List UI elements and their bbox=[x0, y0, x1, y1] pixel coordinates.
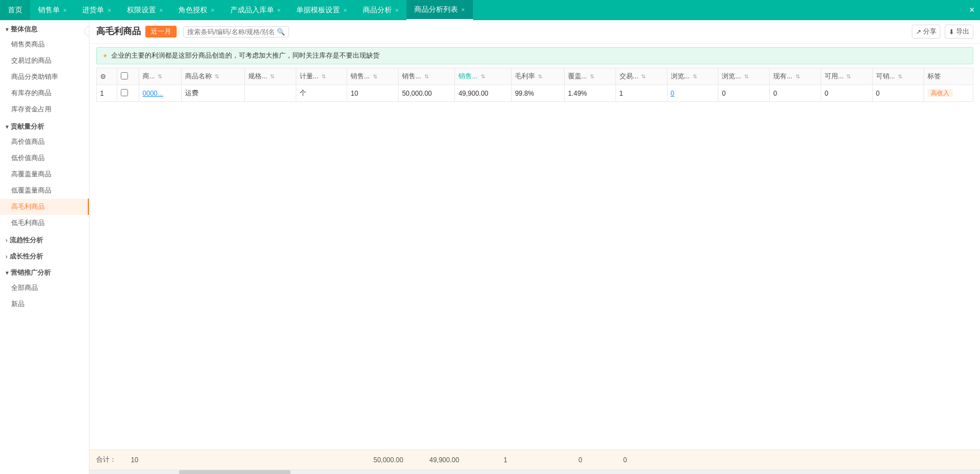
th-gross-rate[interactable]: 毛利率 ⇅ bbox=[512, 68, 565, 85]
th-name[interactable]: 商品名称 ⇅ bbox=[181, 68, 244, 85]
td-unit: 个 bbox=[296, 85, 347, 102]
select-all-checkbox[interactable] bbox=[121, 72, 128, 79]
sort-sale-qty[interactable]: ⇅ bbox=[373, 73, 377, 79]
sort-code[interactable]: ⇅ bbox=[158, 73, 162, 79]
sidebar-item-high-coverage[interactable]: 高覆盖量商品 bbox=[0, 166, 89, 182]
sort-gross-rate[interactable]: ⇅ bbox=[538, 73, 542, 79]
nav-item-purchase[interactable]: 进货单 × bbox=[74, 0, 119, 20]
search-box: 🔍 bbox=[183, 26, 289, 37]
nav-close-purchase[interactable]: × bbox=[107, 7, 111, 13]
tag-badge-high-income: 高收入 bbox=[927, 89, 953, 97]
th-code[interactable]: 商... ⇅ bbox=[139, 68, 182, 85]
sidebar-group-trend[interactable]: › 流趋性分析 bbox=[0, 231, 89, 247]
sidebar-group-growth[interactable]: › 成长性分析 bbox=[0, 247, 89, 264]
sort-browse1[interactable]: ⇅ bbox=[693, 73, 697, 79]
td-gross-rate: 99.8% bbox=[512, 85, 565, 102]
th-coverage[interactable]: 覆盖... ⇅ bbox=[564, 68, 616, 85]
th-browse1[interactable]: 浏览... ⇅ bbox=[667, 68, 718, 85]
th-trade[interactable]: 交易... ⇅ bbox=[616, 68, 667, 85]
th-current-stock[interactable]: 现有... ⇅ bbox=[770, 68, 821, 85]
th-seq: ⚙ bbox=[97, 68, 117, 85]
nav-close-roles[interactable]: × bbox=[211, 7, 214, 13]
search-input[interactable] bbox=[187, 28, 277, 36]
nav-item-inbound[interactable]: 产成品入库单 × bbox=[222, 0, 288, 20]
sort-coverage[interactable]: ⇅ bbox=[590, 73, 594, 79]
th-sale-qty[interactable]: 销售... ⇅ bbox=[347, 68, 399, 85]
th-saleable-stock[interactable]: 可销... ⇅ bbox=[872, 68, 924, 85]
table-row: 1 0000... 运费 个 10 50,000.00 49,900.00 99… bbox=[97, 85, 973, 102]
share-label: 分享 bbox=[923, 27, 936, 36]
sort-name[interactable]: ⇅ bbox=[215, 73, 219, 79]
sort-browse2[interactable]: ⇅ bbox=[744, 73, 749, 79]
nav-item-analysis[interactable]: 商品分析 × bbox=[355, 0, 406, 20]
info-banner: ✦ 企业的主要的利润都是这部分商品创造的，可考虑加大推广，同时关注库存是不要出现… bbox=[96, 47, 973, 64]
sidebar-item-stock-capital[interactable]: 库存资金占用 bbox=[0, 101, 89, 118]
nav-close-permissions[interactable]: × bbox=[159, 7, 163, 13]
sort-sale-amount[interactable]: ⇅ bbox=[424, 73, 429, 79]
sidebar-group-marketing-label: 营销推广分析 bbox=[11, 268, 51, 278]
search-icon[interactable]: 🔍 bbox=[277, 28, 285, 36]
export-button[interactable]: ⬇ 导出 bbox=[945, 25, 973, 39]
sort-saleable[interactable]: ⇅ bbox=[898, 73, 902, 79]
td-code[interactable]: 0000... bbox=[139, 85, 182, 102]
sidebar-item-high-margin[interactable]: 高毛利商品 bbox=[0, 199, 89, 215]
th-sale-amount[interactable]: 销售... ⇅ bbox=[399, 68, 455, 85]
sort-sale-profit[interactable]: ⇅ bbox=[481, 73, 485, 79]
sort-current[interactable]: ⇅ bbox=[796, 73, 800, 79]
sidebar-item-low-margin[interactable]: 低毛利商品 bbox=[0, 215, 89, 231]
table-wrap: ⚙ 商... ⇅ 商品名称 ⇅ 规格... ⇅ bbox=[89, 68, 980, 449]
row-checkbox[interactable] bbox=[121, 89, 128, 96]
nav-item-analysis-list[interactable]: 商品分析列表 × bbox=[406, 0, 472, 20]
sort-trade[interactable]: ⇅ bbox=[641, 73, 646, 79]
period-button[interactable]: 近一月 bbox=[145, 26, 177, 37]
sidebar-group-overall[interactable]: ▾ 整体信息 bbox=[0, 20, 89, 36]
nav-close-all[interactable]: × bbox=[969, 5, 980, 15]
sidebar-item-low-coverage[interactable]: 低覆盖量商品 bbox=[0, 182, 89, 199]
td-name: 运费 bbox=[181, 85, 244, 102]
sidebar-group-contribution[interactable]: ▾ 贡献量分析 bbox=[0, 118, 89, 134]
nav-item-template[interactable]: 单据模板设置 × bbox=[288, 0, 354, 20]
nav-label-purchase: 进货单 bbox=[82, 5, 104, 15]
sidebar-group-contribution-label: 贡献量分析 bbox=[11, 122, 44, 132]
td-saleable-stock: 0 bbox=[872, 85, 924, 102]
nav-item-sales[interactable]: 销售单 × bbox=[30, 0, 74, 20]
nav-close-analysis[interactable]: × bbox=[395, 7, 399, 13]
sidebar-item-all-goods[interactable]: 全部商品 bbox=[0, 280, 89, 296]
sidebar-item-stocked-goods[interactable]: 有库存的商品 bbox=[0, 85, 89, 101]
th-browse2[interactable]: 浏览... ⇅ bbox=[718, 68, 770, 85]
sidebar-item-sales-goods[interactable]: 销售类商品 bbox=[0, 36, 89, 53]
nav-label-inbound: 产成品入库单 bbox=[230, 5, 274, 15]
tip-icon: ✦ bbox=[102, 52, 108, 60]
info-banner-text: 企业的主要的利润都是这部分商品创造的，可考虑加大推广，同时关注库存是不要出现缺货 bbox=[111, 51, 380, 60]
footer-cells: 10 50,000.00 49,900.00 1 0 0 bbox=[127, 456, 973, 464]
sidebar-item-new-goods[interactable]: 新品 bbox=[0, 296, 89, 312]
th-unit[interactable]: 计量... ⇅ bbox=[296, 68, 347, 85]
sort-unit[interactable]: ⇅ bbox=[321, 73, 326, 79]
nav-item-home[interactable]: 首页 bbox=[0, 0, 30, 20]
nav-item-roles[interactable]: 角色授权 × bbox=[171, 0, 222, 20]
nav-close-template[interactable]: × bbox=[343, 7, 347, 13]
horizontal-scrollbar[interactable] bbox=[89, 470, 980, 474]
sort-spec[interactable]: ⇅ bbox=[270, 73, 274, 79]
nav-label-analysis-list: 商品分析列表 bbox=[414, 4, 458, 15]
td-available-stock: 0 bbox=[821, 85, 873, 102]
th-spec[interactable]: 规格... ⇅ bbox=[244, 68, 296, 85]
scrollbar-thumb[interactable] bbox=[179, 470, 291, 474]
nav-close-inbound[interactable]: × bbox=[277, 7, 281, 13]
sidebar-item-category-rate[interactable]: 商品分类助销率 bbox=[0, 69, 89, 85]
sidebar-group-marketing[interactable]: ▾ 营销推广分析 bbox=[0, 264, 89, 280]
share-button[interactable]: ↗ 分享 bbox=[912, 25, 940, 39]
settings-icon[interactable]: ⚙ bbox=[100, 73, 106, 81]
footer-current: 0 bbox=[529, 456, 585, 464]
nav-close-analysis-list[interactable]: × bbox=[461, 6, 465, 13]
nav-close-sales[interactable]: × bbox=[63, 7, 67, 13]
th-sale-profit[interactable]: 销售... ⇅ bbox=[455, 68, 512, 85]
sidebar-item-high-value[interactable]: 高价值商品 bbox=[0, 134, 89, 150]
sidebar-item-traded-goods[interactable]: 交易过的商品 bbox=[0, 53, 89, 69]
nav-item-permissions[interactable]: 权限设置 × bbox=[119, 0, 171, 20]
footer-sale-qty: 10 bbox=[127, 456, 351, 464]
sidebar-item-low-value[interactable]: 低价值商品 bbox=[0, 150, 89, 166]
sort-available[interactable]: ⇅ bbox=[846, 73, 851, 79]
td-browse1[interactable]: 0 bbox=[667, 85, 718, 102]
th-available-stock[interactable]: 可用... ⇅ bbox=[821, 68, 873, 85]
